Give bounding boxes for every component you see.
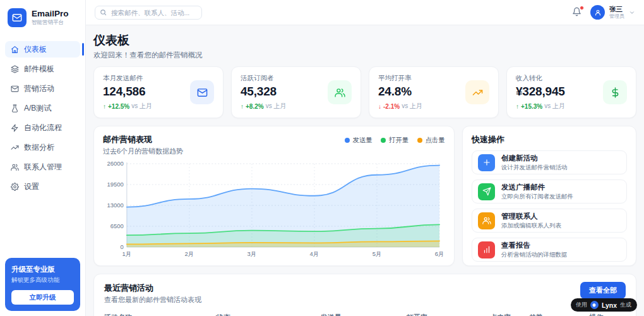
area-chart: 065001300019500260001月2月3月4月5月6月: [103, 159, 445, 260]
svg-text:13000: 13000: [107, 202, 124, 209]
quick-action-view-reports[interactable]: 查看报告分析营销活动的详细数据: [472, 238, 627, 262]
arrow-down-icon: ↓: [378, 103, 381, 110]
upgrade-button[interactable]: 立即升级: [11, 290, 74, 305]
sidebar-item-label: A/B测试: [24, 103, 51, 114]
recent-campaigns-card: 最近营销活动 查看您最新的邮件营销活动表现 查看全部 活动名称状态发送量打开率点…: [93, 274, 636, 316]
dollar-icon: [610, 87, 621, 98]
avatar: [590, 5, 605, 20]
sidebar-item-automation[interactable]: 自动化流程: [5, 119, 80, 136]
legend-item-3: 点击量: [417, 136, 446, 145]
svg-text:0: 0: [121, 243, 124, 250]
svg-text:4月: 4月: [310, 250, 319, 257]
stat-card-emails-sent: 本月发送邮件124,586↑+12.5%vs 上月: [93, 66, 224, 118]
search-input[interactable]: [95, 6, 202, 20]
notification-dot: [580, 6, 584, 10]
app-tagline: 智能营销平台: [32, 19, 69, 27]
quick-action-title: 创建新活动: [501, 154, 568, 163]
sidebar-item-contacts[interactable]: 联系人管理: [5, 159, 80, 175]
lynx-badge[interactable]: 使用 Lynx 生成: [571, 298, 637, 312]
main-area: 张三 管理员 仪表板 欢迎回来！查看您的邮件营销概况 本月发送邮件124,586…: [86, 0, 644, 316]
column-header: 点击率: [490, 313, 529, 316]
search-box: [95, 6, 202, 20]
send-icon: [478, 183, 495, 200]
lynx-badge-suffix: 生成: [620, 301, 631, 309]
sidebar-item-ab-test[interactable]: A/B测试: [5, 100, 80, 116]
trending-up-icon: [11, 143, 19, 152]
app-window: EmailPro 智能营销平台 仪表板邮件模板营销活动A/B测试自动化流程数据分…: [0, 0, 644, 316]
sidebar-item-settings[interactable]: 设置: [5, 178, 80, 195]
stat-card-revenue: 收入转化¥328,945↑+15.3%vs 上月: [506, 66, 636, 118]
legend-dot-icon: [345, 138, 350, 143]
arrow-up-icon: ↑: [241, 103, 244, 110]
chevron-down-icon: [629, 7, 635, 18]
top-bar: 张三 管理员: [86, 0, 644, 25]
users-icon: [482, 216, 491, 225]
page-content: 仪表板 欢迎回来！查看您的邮件营销概况 本月发送邮件124,586↑+12.5%…: [86, 25, 644, 316]
quick-action-title: 发送广播邮件: [501, 183, 573, 192]
users-icon: [11, 163, 19, 171]
send-icon: [482, 187, 491, 196]
sidebar-item-label: 营销活动: [24, 83, 54, 94]
user-role: 管理员: [609, 13, 624, 20]
sidebar-item-analytics[interactable]: 数据分析: [5, 139, 80, 155]
legend-label: 打开量: [389, 136, 409, 145]
sidebar-item-label: 联系人管理: [24, 162, 62, 173]
stat-value: 24.8%: [378, 85, 422, 99]
quick-action-manage-contacts[interactable]: 管理联系人添加或编辑联系人列表: [472, 209, 627, 233]
quick-action-desc: 立即向所有订阅者发送邮件: [501, 193, 573, 201]
trending-up-icon: [472, 87, 483, 98]
column-header: 操作: [589, 313, 626, 316]
quick-action-desc: 分析营销活动的详细数据: [501, 251, 568, 259]
recent-title: 最近营销活动: [104, 283, 626, 294]
column-header: 趋势: [529, 313, 589, 316]
page-title: 仪表板: [93, 32, 636, 49]
stat-cards-row: 本月发送邮件124,586↑+12.5%vs 上月活跃订阅者45,328↑+8.…: [93, 66, 636, 118]
stat-dollar-icon: [603, 80, 627, 104]
notifications-button[interactable]: [572, 7, 583, 18]
users-icon: [478, 212, 495, 229]
stat-trend-value: +15.3%: [521, 103, 542, 110]
mail-icon: [11, 85, 19, 93]
svg-text:6500: 6500: [110, 222, 124, 229]
bar-chart-icon: [482, 245, 491, 254]
svg-text:5月: 5月: [373, 250, 382, 257]
stat-card-open-rate: 平均打开率24.8%↓-2.1%vs 上月: [369, 66, 499, 118]
arrow-up-icon: ↑: [103, 103, 106, 110]
quick-actions-title: 快速操作: [472, 134, 627, 145]
column-header: 状态: [217, 313, 321, 316]
stat-label: 平均打开率: [378, 74, 422, 83]
stat-label: 本月发送邮件: [103, 74, 152, 83]
sidebar-item-label: 设置: [24, 181, 39, 192]
upgrade-card: 升级至专业版 解锁更多高级功能 立即升级: [5, 258, 80, 311]
sidebar-item-campaigns[interactable]: 营销活动: [5, 80, 80, 97]
recent-subtitle: 查看您最新的邮件营销活动表现: [104, 295, 626, 305]
quick-action-title: 查看报告: [501, 241, 568, 250]
plus-icon: [478, 154, 495, 171]
view-all-button[interactable]: 查看全部: [580, 282, 626, 299]
performance-chart-card: 邮件营销表现 过去6个月的营销数据趋势 发送量打开量点击量 0650013000…: [93, 126, 455, 266]
stat-value: ¥328,945: [516, 85, 565, 99]
svg-text:3月: 3月: [247, 250, 257, 257]
stat-trend-period: vs 上月: [544, 102, 565, 111]
stat-trend-period: vs 上月: [131, 102, 152, 111]
stat-trend-value: +8.2%: [246, 103, 264, 110]
stat-trend-value: -2.1%: [383, 103, 400, 110]
svg-text:26000: 26000: [107, 160, 124, 167]
stat-trend: ↑+15.3%vs 上月: [516, 102, 565, 111]
svg-text:19500: 19500: [107, 181, 124, 188]
quick-action-desc: 添加或编辑联系人列表: [501, 222, 561, 230]
sidebar-item-templates[interactable]: 邮件模板: [5, 61, 80, 77]
legend-label: 发送量: [353, 136, 373, 145]
user-menu[interactable]: 张三 管理员: [590, 5, 635, 20]
quick-action-send-broadcast[interactable]: 发送广播邮件立即向所有订阅者发送邮件: [472, 179, 627, 204]
quick-action-create-campaign[interactable]: 创建新活动设计并发送邮件营销活动: [472, 150, 627, 174]
lynx-badge-prefix: 使用: [576, 301, 587, 309]
svg-text:6月: 6月: [435, 250, 444, 257]
svg-text:2月: 2月: [185, 250, 194, 257]
stat-mail-icon: [190, 80, 214, 104]
upgrade-title: 升级至专业版: [11, 265, 74, 274]
lynx-logo-icon: [590, 301, 599, 309]
layers-icon: [11, 65, 19, 73]
quick-actions-panel: 快速操作 创建新活动设计并发送邮件营销活动发送广播邮件立即向所有订阅者发送邮件管…: [462, 126, 636, 266]
sidebar-item-dashboard[interactable]: 仪表板: [5, 41, 80, 58]
